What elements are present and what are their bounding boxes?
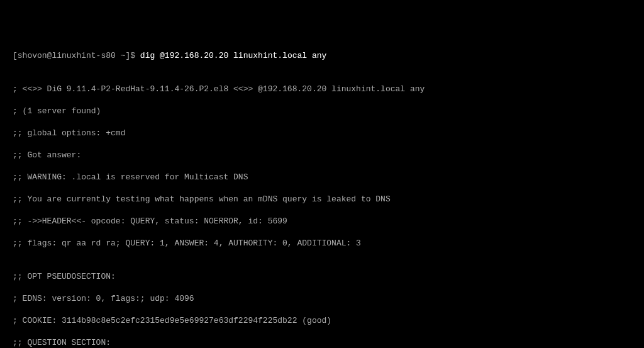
warning-line: ;; WARNING: .local is reserved for Multi… (13, 172, 631, 183)
prompt-line-1[interactable]: [shovon@linuxhint-s80 ~]$ dig @192.168.2… (13, 50, 631, 62)
flags-line: ;; flags: qr aa rd ra; QUERY: 1, ANSWER:… (13, 238, 631, 249)
command-text: dig @192.168.20.20 linuxhint.local any (140, 51, 326, 60)
opt-pseudosection-header: ;; OPT PSEUDOSECTION: (13, 271, 631, 283)
cookie-line: ; COOKIE: 3114b98c8e5c2efc2315ed9e5e6992… (13, 315, 631, 327)
shell-prompt: [shovon@linuxhint-s80 ~]$ (13, 51, 140, 60)
header-opcode-line: ;; ->>HEADER<<- opcode: QUERY, status: N… (13, 216, 631, 227)
server-found-line: ; (1 server found) (13, 106, 631, 117)
got-answer-line: ;; Got answer: (13, 150, 631, 161)
global-options-line: ;; global options: +cmd (13, 128, 631, 139)
edns-line: ; EDNS: version: 0, flags:; udp: 4096 (13, 293, 631, 305)
mdns-testing-line: ;; You are currently testing what happen… (13, 194, 631, 205)
dig-version-line: ; <<>> DiG 9.11.4-P2-RedHat-9.11.4-26.P2… (13, 84, 631, 95)
question-section-header: ;; QUESTION SECTION: (13, 337, 631, 348)
